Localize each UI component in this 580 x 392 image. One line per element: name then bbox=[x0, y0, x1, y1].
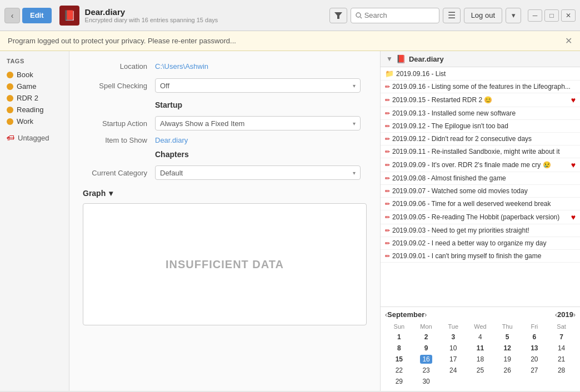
entries-list: 📁2019.09.16 - List✏2019.09.16 - Listing … bbox=[381, 67, 580, 307]
diary-collapse-arrow[interactable]: ▼ bbox=[386, 55, 393, 63]
calendar-day[interactable]: 21 bbox=[548, 354, 574, 364]
calendar-day[interactable]: 11 bbox=[467, 343, 493, 353]
calendar-day[interactable]: 23 bbox=[413, 365, 439, 375]
calendar-day[interactable]: 1 bbox=[386, 332, 412, 342]
sidebar-item-reading[interactable]: Reading bbox=[0, 104, 69, 115]
logout-button[interactable]: Log out bbox=[464, 8, 502, 23]
search-input[interactable] bbox=[364, 11, 437, 19]
filter-button[interactable] bbox=[329, 8, 347, 23]
entry-text: 2019.09.12 - The Epilogue isn't too bad bbox=[392, 122, 576, 130]
calendar-day[interactable]: 16 bbox=[413, 354, 439, 364]
calendar-day[interactable]: 5 bbox=[494, 332, 521, 342]
list-item[interactable]: 📁2019.09.16 - List bbox=[381, 67, 580, 81]
startup-action-row: Startup Action Always Show a Fixed Item … bbox=[83, 116, 367, 130]
list-item[interactable]: ✏2019.09.09 - It's over. RDR 2's finale … bbox=[381, 158, 580, 172]
list-item[interactable]: ✏2019.09.01 - I can't bring myself to fi… bbox=[381, 250, 580, 263]
calendar-day[interactable]: 9 bbox=[413, 343, 439, 353]
pencil-icon: ✏ bbox=[385, 253, 390, 260]
list-item[interactable]: ✏2019.09.05 - Re-reading The Hobbit (pap… bbox=[381, 210, 580, 224]
next-year-button[interactable]: › bbox=[573, 311, 576, 319]
search-icon bbox=[356, 12, 362, 19]
list-item[interactable]: ✏2019.09.13 - Installed some new softwar… bbox=[381, 107, 580, 120]
entry-text: 2019.09.07 - Watched some old movies tod… bbox=[392, 187, 576, 195]
pencil-icon: ✏ bbox=[385, 214, 390, 221]
minimize-button[interactable]: ─ bbox=[528, 9, 542, 22]
entry-text: 2019.09.03 - Need to get my priorities s… bbox=[392, 227, 576, 234]
calendar-day-header: Wed bbox=[467, 322, 493, 331]
location-value[interactable]: C:\Users\Ashwin bbox=[155, 62, 208, 71]
calendar-day[interactable]: 13 bbox=[522, 343, 548, 353]
untagged-label: Untagged bbox=[18, 134, 49, 142]
calendar-day[interactable]: 6 bbox=[522, 332, 548, 342]
calendar-day[interactable]: 7 bbox=[548, 332, 574, 342]
list-item[interactable]: ✏2019.09.02 - I need a better way to org… bbox=[381, 237, 580, 250]
calendar-day[interactable]: 2 bbox=[413, 332, 439, 342]
pencil-icon: ✏ bbox=[385, 83, 390, 91]
calendar-day[interactable]: 18 bbox=[467, 354, 493, 364]
diary-header: ▼ 📕 Dear.diary bbox=[381, 51, 580, 67]
pencil-icon: ✏ bbox=[385, 162, 390, 169]
maximize-button[interactable]: □ bbox=[544, 9, 559, 22]
calendar-day[interactable]: 29 bbox=[386, 376, 412, 386]
entry-text: 2019.09.12 - Didn't read for 2 consecuti… bbox=[392, 135, 576, 143]
alert-close-button[interactable]: ✕ bbox=[565, 36, 572, 46]
calendar-day[interactable]: 30 bbox=[413, 376, 439, 386]
calendar-day bbox=[440, 376, 466, 386]
startup-action-select[interactable]: Always Show a Fixed Item ▾ bbox=[155, 116, 361, 130]
calendar-day[interactable]: 12 bbox=[494, 343, 521, 353]
entry-text: 2019.09.06 - Time for a well deserved we… bbox=[392, 200, 576, 208]
dropdown-button[interactable]: ▾ bbox=[506, 8, 521, 23]
pencil-icon: ✏ bbox=[385, 148, 390, 155]
list-item[interactable]: ✏2019.09.08 - Almost finished the game bbox=[381, 172, 580, 185]
calendar-day[interactable]: 26 bbox=[494, 365, 521, 375]
list-item[interactable]: ✏2019.09.15 - Restarted RDR 2 😊♥ bbox=[381, 93, 580, 107]
app-subtitle: Encrypted diary with 16 entries spanning… bbox=[85, 17, 329, 23]
next-month-button[interactable]: › bbox=[424, 311, 427, 319]
list-item[interactable]: ✏2019.09.06 - Time for a well deserved w… bbox=[381, 198, 580, 210]
item-to-show-value[interactable]: Dear.diary bbox=[155, 136, 188, 144]
current-category-select[interactable]: Default ▾ bbox=[155, 165, 361, 180]
list-item[interactable]: ✏2019.09.07 - Watched some old movies to… bbox=[381, 185, 580, 198]
sidebar-item-rdr2[interactable]: RDR 2 bbox=[0, 92, 69, 104]
calendar-day[interactable]: 10 bbox=[440, 343, 466, 353]
calendar-day[interactable]: 3 bbox=[440, 332, 466, 342]
calendar-day-header: Tue bbox=[440, 322, 466, 331]
calendar-day[interactable]: 24 bbox=[440, 365, 466, 375]
list-item[interactable]: ✏2019.09.11 - Re-installed Sandboxie, mi… bbox=[381, 145, 580, 158]
back-button[interactable]: ‹ bbox=[4, 8, 20, 23]
calendar-day[interactable]: 8 bbox=[386, 343, 412, 353]
calendar-day[interactable]: 17 bbox=[440, 354, 466, 364]
startup-section-title: Startup bbox=[155, 100, 367, 109]
sidebar-item-game[interactable]: Game bbox=[0, 81, 69, 92]
calendar-day[interactable]: 19 bbox=[494, 354, 521, 364]
calendar-day[interactable]: 22 bbox=[386, 365, 412, 375]
svg-line-2 bbox=[360, 17, 362, 18]
sidebar-item-book[interactable]: Book bbox=[0, 69, 69, 81]
list-item[interactable]: ✏2019.09.12 - Didn't read for 2 consecut… bbox=[381, 133, 580, 145]
menu-icon: ☰ bbox=[448, 10, 456, 21]
spell-checking-select[interactable]: Off ▾ bbox=[155, 78, 361, 93]
entry-text: 2019.09.11 - Re-installed Sandboxie, mig… bbox=[392, 148, 576, 155]
calendar-day[interactable]: 28 bbox=[548, 365, 574, 375]
edit-button[interactable]: Edit bbox=[22, 8, 52, 23]
menu-button[interactable]: ☰ bbox=[443, 8, 461, 23]
calendar-day bbox=[467, 376, 493, 386]
graph-chevron-icon[interactable]: ▾ bbox=[109, 189, 113, 198]
insufficient-data-label: INSUFFICIENT DATA bbox=[166, 258, 284, 271]
untagged-icon: 🏷 bbox=[7, 133, 14, 142]
list-item[interactable]: ✏2019.09.03 - Need to get my priorities … bbox=[381, 224, 580, 237]
sidebar-item-untagged[interactable]: 🏷 Untagged bbox=[0, 132, 69, 144]
calendar-day[interactable]: 25 bbox=[467, 365, 493, 375]
calendar-day[interactable]: 20 bbox=[522, 354, 548, 364]
graph-title: Graph bbox=[83, 189, 106, 198]
diary-book-icon: 📕 bbox=[396, 54, 406, 63]
calendar-day[interactable]: 15 bbox=[386, 354, 412, 364]
list-item[interactable]: ✏2019.09.12 - The Epilogue isn't too bad bbox=[381, 120, 580, 133]
game-tag-dot bbox=[7, 83, 13, 90]
close-button[interactable]: ✕ bbox=[561, 9, 576, 22]
calendar-day[interactable]: 14 bbox=[548, 343, 574, 353]
list-item[interactable]: ✏2019.09.16 - Listing some of the featur… bbox=[381, 81, 580, 93]
calendar-day[interactable]: 4 bbox=[467, 332, 493, 342]
calendar-day[interactable]: 27 bbox=[522, 365, 548, 375]
sidebar-item-work[interactable]: Work bbox=[0, 115, 69, 127]
